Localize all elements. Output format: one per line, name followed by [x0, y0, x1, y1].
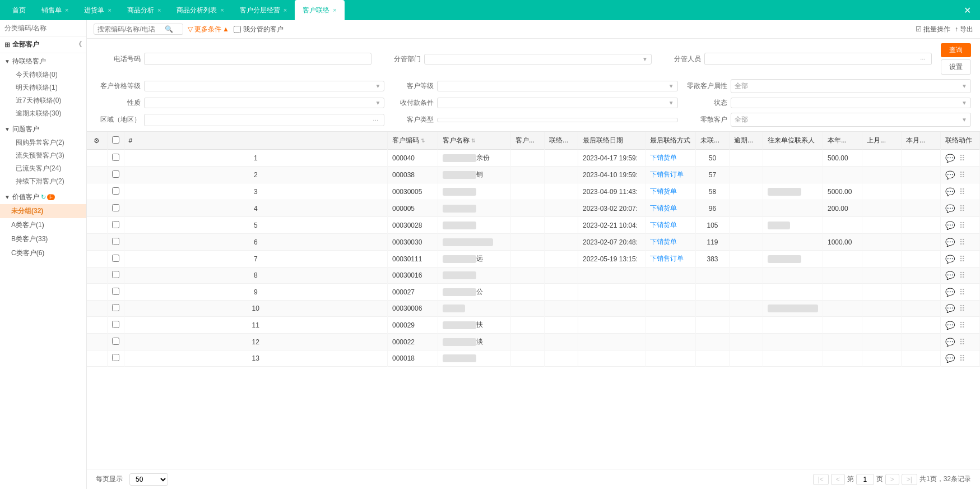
phone-input[interactable] [144, 53, 371, 65]
chat-icon[interactable]: 💬 [945, 338, 955, 347]
last-page-btn[interactable]: >| [902, 474, 917, 485]
more-conditions-btn[interactable]: ▽ 更多条件 ▲ [188, 25, 229, 34]
chat-icon[interactable]: 💬 [945, 187, 955, 196]
more-icon[interactable]: ⠿ [959, 154, 965, 163]
customer-type-select[interactable] [437, 118, 677, 122]
chat-icon[interactable]: 💬 [945, 354, 955, 363]
more-icon[interactable]: ⠿ [959, 170, 965, 179]
row-checkbox[interactable] [112, 288, 119, 295]
last-way-link[interactable]: 下销货单 [650, 221, 677, 229]
chat-icon[interactable]: 💬 [945, 238, 955, 247]
next-page-btn[interactable]: > [885, 474, 899, 485]
more-icon[interactable]: ⠿ [959, 288, 965, 297]
chat-icon[interactable]: 💬 [945, 321, 955, 330]
th-no-contact[interactable]: 未联... [696, 132, 730, 150]
sidebar-item-unclassified[interactable]: 未分组(32) [0, 204, 86, 218]
row-checkbox[interactable] [112, 238, 119, 245]
page-input[interactable] [856, 474, 874, 485]
cell-check[interactable] [107, 317, 124, 334]
chat-icon[interactable]: 💬 [945, 154, 955, 163]
sidebar-item-churn-warn[interactable]: 流失预警客户(3) [0, 149, 86, 162]
nav-sales[interactable]: 销售单 × [34, 0, 76, 20]
row-checkbox[interactable] [112, 338, 119, 345]
sidebar-item-c[interactable]: C类客户(6) [0, 246, 86, 260]
row-checkbox[interactable] [112, 304, 119, 311]
more-icon[interactable]: ⠿ [959, 255, 965, 264]
th-last-way[interactable]: 最后联络方式 [645, 132, 696, 150]
th-check[interactable] [107, 132, 124, 150]
query-btn[interactable]: 查询 [941, 43, 971, 57]
export-btn[interactable]: ↑ 导出 [955, 25, 973, 34]
nav-purchase[interactable]: 进货单 × [76, 0, 119, 20]
sidebar-item-week[interactable]: 近7天待联络(0) [0, 94, 86, 107]
last-way-link[interactable]: 下销货单 [650, 204, 677, 212]
sidebar-item-tomorrow[interactable]: 明天待联络(1) [0, 81, 86, 94]
more-icon[interactable]: ⠿ [959, 338, 965, 347]
more-icon[interactable]: ⠿ [959, 321, 965, 330]
row-checkbox[interactable] [112, 187, 119, 195]
cell-check[interactable] [107, 183, 124, 200]
more-icon[interactable]: ⠿ [959, 238, 965, 247]
cell-check[interactable] [107, 217, 124, 234]
more-icon[interactable]: ⠿ [959, 204, 965, 213]
last-way-link[interactable]: 下销售订单 [650, 170, 684, 178]
cell-check[interactable] [107, 350, 124, 367]
row-checkbox[interactable] [112, 354, 119, 361]
cell-check[interactable] [107, 334, 124, 350]
row-checkbox[interactable] [112, 204, 119, 211]
nav-customertier-close[interactable]: × [284, 7, 287, 13]
retail-customer-select[interactable]: 全部 ▼ [731, 113, 971, 127]
th-contact[interactable]: 联络... [545, 132, 578, 150]
sidebar-item-today[interactable]: 今天待联络(0) [0, 68, 86, 81]
chat-icon[interactable]: 💬 [945, 255, 955, 264]
row-checkbox[interactable] [112, 221, 119, 228]
area-select[interactable]: ··· [144, 114, 384, 126]
sidebar-item-overdue[interactable]: 逾期未联络(30) [0, 107, 86, 120]
retail-attr-select[interactable]: 全部 ▼ [731, 79, 971, 93]
chat-icon[interactable]: 💬 [945, 221, 955, 230]
more-icon[interactable]: ⠿ [959, 304, 965, 313]
refresh-icon[interactable]: ↻ [41, 193, 46, 201]
cell-check[interactable] [107, 234, 124, 251]
chat-icon[interactable]: 💬 [945, 271, 955, 280]
person-select[interactable]: ··· [704, 53, 932, 65]
nav-purchase-close[interactable]: × [108, 7, 111, 13]
my-customers-check[interactable]: 我分管的客户 [234, 25, 284, 34]
sidebar-item-decline[interactable]: 持续下滑客户(2) [0, 175, 86, 188]
more-icon[interactable]: ⠿ [959, 221, 965, 230]
nav-goods-analysis[interactable]: 商品分析 × [119, 0, 169, 20]
th-type[interactable]: 客户... [511, 132, 545, 150]
last-way-link[interactable]: 下销售订单 [650, 255, 684, 262]
price-level-select[interactable]: ▼ [144, 81, 384, 91]
per-page-select[interactable]: 50 100 200 [129, 473, 168, 486]
search-input[interactable] [97, 25, 165, 33]
batch-op-btn[interactable]: ☑ 批量操作 [916, 25, 950, 34]
th-last-date[interactable]: 最后联络日期 [578, 132, 645, 150]
last-way-link[interactable]: 下销货单 [650, 238, 677, 246]
nav-customer-tier[interactable]: 客户分层经营 × [232, 0, 295, 20]
cell-check[interactable] [107, 284, 124, 301]
nav-customer-contact[interactable]: 客户联络 × [295, 0, 344, 20]
row-checkbox[interactable] [112, 271, 119, 278]
status-select[interactable]: ▼ [731, 98, 971, 108]
window-close-btn[interactable]: ✕ [959, 5, 976, 16]
nav-goods-list[interactable]: 商品分析列表 × [169, 0, 231, 20]
sidebar-search-input[interactable] [4, 24, 87, 32]
th-settings[interactable]: ⚙ [87, 132, 107, 150]
score-group-header[interactable]: ▼ 价值客户 ↻ F [0, 190, 86, 204]
row-checkbox[interactable] [112, 154, 119, 161]
dept-select[interactable]: ▼ [424, 54, 652, 64]
row-checkbox[interactable] [112, 255, 119, 262]
last-way-link[interactable]: 下销货单 [650, 154, 677, 162]
cell-check[interactable] [107, 301, 124, 317]
th-partner[interactable]: 往来单位联系人 [763, 132, 823, 150]
problem-group-header[interactable]: ▼ 问题客户 [0, 122, 86, 136]
cell-check[interactable] [107, 167, 124, 183]
th-code[interactable]: 客户编码 ⇅ [388, 132, 438, 150]
chat-icon[interactable]: 💬 [945, 204, 955, 213]
last-way-link[interactable]: 下销货单 [650, 187, 677, 195]
gender-select[interactable]: ▼ [144, 98, 384, 108]
th-this-month[interactable]: 本月... [902, 132, 941, 150]
more-icon[interactable]: ⠿ [959, 187, 965, 196]
chat-icon[interactable]: 💬 [945, 288, 955, 297]
